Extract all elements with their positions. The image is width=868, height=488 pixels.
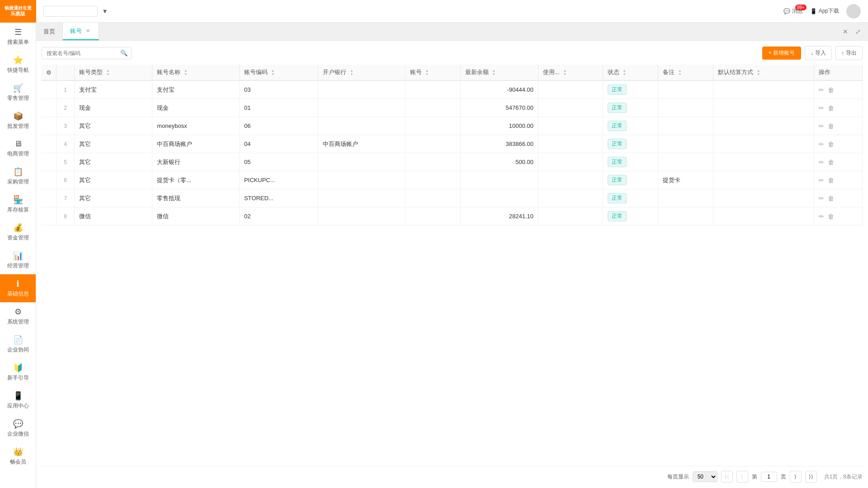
row-name: 大新银行 — [152, 153, 240, 171]
sidebar-item-ecommerce[interactable]: 🖥 电商管理 — [0, 135, 36, 162]
sidebar-label-purchase: 采购管理 — [7, 178, 29, 186]
user-avatar[interactable] — [846, 4, 861, 19]
col-default[interactable]: 默认结算方式 ▲▼ — [713, 65, 814, 80]
sidebar-item-system[interactable]: ⚙ 系统管理 — [0, 302, 36, 330]
app-center-icon: 📱 — [13, 391, 23, 401]
vip-icon: 👑 — [13, 447, 23, 457]
edit-icon[interactable]: ✏ — [819, 213, 824, 220]
tab-account-close[interactable]: ✕ — [85, 28, 91, 34]
sidebar-item-wechat[interactable]: 💬 企业微信 — [0, 414, 36, 442]
search-input[interactable] — [42, 48, 117, 59]
table-row: 6 其它 提货卡（零... PICKUPC... 正常 提货卡 ✏ 🗑 — [42, 171, 863, 189]
sidebar-item-newbie[interactable]: 🔰 新手引导 — [0, 358, 36, 386]
delete-icon[interactable]: 🗑 — [828, 86, 834, 94]
row-code: PICKUPC... — [239, 171, 318, 189]
row-actions: ✏ 🗑 — [814, 171, 862, 189]
delete-icon[interactable]: 🗑 — [828, 122, 834, 130]
sidebar-item-enterprise[interactable]: 📄 企业协同 — [0, 330, 36, 358]
row-default — [713, 117, 814, 135]
page-input[interactable] — [761, 472, 777, 482]
next-page-button[interactable]: ⟩ — [790, 471, 802, 483]
quick-nav-icon: ⭐ — [13, 55, 23, 65]
app-download-button[interactable]: 📱 App下载 — [810, 7, 839, 15]
row-actions: ✏ 🗑 — [814, 117, 862, 135]
row-code: STORED... — [239, 189, 318, 207]
sidebar-item-app-center[interactable]: 📱 应用中心 — [0, 386, 36, 414]
col-usage[interactable]: 使用... ▲▼ — [538, 65, 603, 80]
sidebar-label-vip: 畅会员 — [10, 458, 26, 466]
sidebar-item-vip[interactable]: 👑 畅会员 — [0, 442, 36, 470]
row-remark — [658, 207, 713, 225]
export-button[interactable]: ↑ 导出 — [835, 46, 863, 60]
edit-icon[interactable]: ✏ — [819, 177, 824, 184]
row-default — [713, 80, 814, 99]
sidebar-item-purchase[interactable]: 📋 采购管理 — [0, 162, 36, 190]
row-actions: ✏ 🗑 — [814, 135, 862, 153]
search-button[interactable]: 🔍 — [117, 47, 132, 59]
col-balance[interactable]: 最新余额 ▲▼ — [460, 65, 538, 80]
col-name[interactable]: 账号名称 ▲▼ — [152, 65, 240, 80]
edit-icon[interactable]: ✏ — [819, 122, 824, 130]
row-gear — [42, 135, 57, 153]
prev-page-button[interactable]: ⟨ — [736, 471, 748, 483]
delete-icon[interactable]: 🗑 — [828, 213, 834, 220]
sidebar-label-wholesale: 批发管理 — [7, 122, 29, 130]
page-size-select[interactable]: 50 100 200 — [693, 471, 717, 482]
row-bank — [318, 171, 406, 189]
last-page-button[interactable]: ⟩⟩ — [805, 471, 817, 483]
delete-icon[interactable]: 🗑 — [828, 159, 834, 166]
basic-info-icon: ℹ — [16, 279, 19, 289]
edit-icon[interactable]: ✏ — [819, 195, 824, 202]
top-search-input[interactable] — [43, 6, 98, 17]
delete-icon[interactable]: 🗑 — [828, 195, 834, 202]
table-row: 2 现金 现金 01 547670.00 正常 ✏ 🗑 — [42, 99, 863, 117]
sidebar-item-basic-info[interactable]: ℹ 基础信息 — [0, 274, 36, 302]
row-default — [713, 99, 814, 117]
delete-icon[interactable]: 🗑 — [828, 141, 834, 148]
col-status[interactable]: 状态 ▲▼ — [603, 65, 658, 80]
row-code: 03 — [239, 80, 318, 99]
edit-icon[interactable]: ✏ — [819, 159, 824, 166]
system-icon: ⚙ — [14, 307, 22, 317]
row-name: 支付宝 — [152, 80, 240, 99]
row-actions: ✏ 🗑 — [814, 153, 862, 171]
content-area: 🔍 + 新增账号 ↓ 导入 ↑ 导出 — [36, 41, 868, 488]
row-usage — [538, 99, 603, 117]
col-code[interactable]: 账号编码 ▲▼ — [239, 65, 318, 80]
sidebar-item-inventory[interactable]: 🏪 库存核算 — [0, 190, 36, 218]
sidebar-item-retail[interactable]: 🛒 零售管理 — [0, 79, 36, 107]
edit-icon[interactable]: ✏ — [819, 104, 824, 112]
col-remark[interactable]: 备注 ▲▼ — [658, 65, 713, 80]
row-code: 02 — [239, 207, 318, 225]
col-account[interactable]: 账号 ▲▼ — [405, 65, 460, 80]
sidebar-item-capital[interactable]: 💰 资金管理 — [0, 218, 36, 246]
col-bank[interactable]: 开户银行 ▲▼ — [318, 65, 406, 80]
sidebar-label-newbie: 新手引导 — [7, 374, 29, 382]
row-status: 正常 — [603, 99, 658, 117]
col-gear[interactable]: ⚙ — [42, 65, 57, 80]
window-close-icon[interactable]: ✕ — [841, 27, 850, 36]
message-button[interactable]: 💬 消息 99+ — [783, 7, 803, 15]
sidebar-item-quick-nav[interactable]: ⭐ 快捷导航 — [0, 51, 36, 79]
row-name: moneybosx — [152, 117, 240, 135]
add-account-button[interactable]: + 新增账号 — [762, 47, 801, 60]
delete-icon[interactable]: 🗑 — [828, 104, 834, 112]
table-row: 7 其它 零售抵现 STORED... 正常 ✏ 🗑 — [42, 189, 863, 207]
delete-icon[interactable]: 🗑 — [828, 177, 834, 184]
sidebar-item-operation[interactable]: 📊 经营管理 — [0, 246, 36, 274]
row-type: 支付宝 — [75, 80, 152, 99]
edit-icon[interactable]: ✏ — [819, 86, 824, 94]
window-maximize-icon[interactable]: ⤢ — [854, 27, 863, 36]
tab-home[interactable]: 首页 — [36, 23, 63, 40]
import-button[interactable]: ↓ 导入 — [805, 46, 832, 60]
first-page-button[interactable]: ⟨⟨ — [721, 471, 733, 483]
sidebar-item-wholesale[interactable]: 📦 批发管理 — [0, 107, 36, 135]
sidebar-item-search-menu[interactable]: ☰ 搜索菜单 — [0, 23, 36, 51]
sidebar-label-operation: 经营管理 — [7, 262, 29, 270]
dropdown-arrow-icon[interactable]: ▾ — [103, 7, 107, 15]
edit-icon[interactable]: ✏ — [819, 141, 824, 148]
col-type[interactable]: 账号类型 ▲▼ — [75, 65, 152, 80]
tab-account[interactable]: 账号 ✕ — [63, 23, 99, 40]
row-usage — [538, 135, 603, 153]
row-gear — [42, 171, 57, 189]
